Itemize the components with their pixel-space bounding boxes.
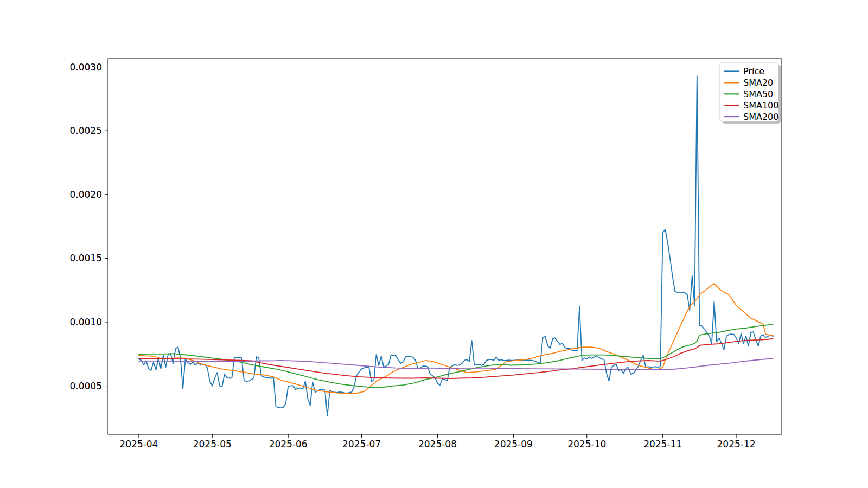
price-sma-chart-figure: 2025-042025-052025-062025-072025-082025-… (0, 0, 868, 488)
legend-label-sma20: SMA20 (743, 78, 773, 88)
y-tick-label: 0.0005 (70, 381, 102, 391)
price-line (139, 76, 773, 416)
y-tick-label: 0.0030 (70, 62, 102, 73)
x-tick-label: 2025-10 (567, 439, 606, 450)
x-tick-label: 2025-07 (342, 439, 381, 450)
x-tick-label: 2025-11 (643, 439, 682, 450)
x-tick-label: 2025-06 (269, 439, 308, 450)
legend-label-price: Price (743, 66, 764, 76)
x-tick-label: 2025-04 (119, 439, 158, 450)
y-tick-label: 0.0010 (70, 317, 102, 328)
legend-label-sma100: SMA100 (743, 100, 778, 111)
sma20-line (139, 284, 773, 394)
y-tick-label: 0.0025 (70, 125, 102, 136)
x-tick-label: 2025-05 (193, 439, 232, 450)
legend-label-sma200: SMA200 (743, 112, 778, 122)
x-tick-label: 2025-09 (494, 439, 533, 450)
legend-label-sma50: SMA50 (743, 89, 773, 99)
x-tick-label: 2025-12 (717, 439, 756, 450)
y-tick-label: 0.0020 (70, 189, 102, 200)
x-tick-label: 2025-08 (418, 439, 457, 450)
chart-svg: 2025-042025-052025-062025-072025-082025-… (0, 0, 868, 488)
y-tick-label: 0.0015 (70, 253, 102, 264)
